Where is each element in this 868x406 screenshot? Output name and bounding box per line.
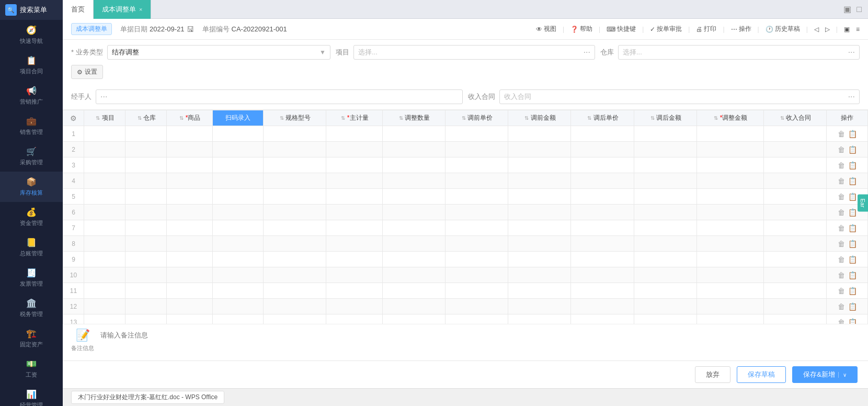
save-new-button[interactable]: 保存&新增 ∨	[792, 366, 858, 383]
product-cell[interactable]	[167, 189, 212, 205]
income-contract-cell[interactable]	[764, 173, 827, 189]
warehouse-cell[interactable]	[125, 299, 167, 314]
warehouse-cell[interactable]	[125, 236, 167, 252]
copy-row-icon[interactable]: 📋	[848, 161, 857, 170]
unit-cell[interactable]	[326, 236, 383, 252]
adjust-amount-cell[interactable]	[696, 142, 763, 157]
project-cell[interactable]	[84, 220, 125, 236]
discard-button[interactable]: 放弃	[695, 366, 730, 383]
income-contract-cell[interactable]	[764, 220, 827, 236]
after-price-cell[interactable]	[571, 142, 634, 157]
after-price-cell[interactable]	[571, 283, 634, 299]
before-price-cell[interactable]	[446, 205, 508, 220]
sidebar-item-quick-nav[interactable]: 🧭 快速导航	[0, 20, 63, 50]
col-adjust-qty-header[interactable]: ⇅ 调整数量	[382, 110, 445, 126]
before-price-cell[interactable]	[446, 283, 508, 299]
before-amount-cell[interactable]	[508, 236, 571, 252]
warehouse-cell[interactable]	[125, 220, 167, 236]
warehouse-cell[interactable]	[125, 126, 167, 142]
delete-row-icon[interactable]: 🗑	[838, 255, 845, 264]
unit-cell[interactable]	[326, 173, 383, 189]
after-amount-cell[interactable]	[634, 220, 696, 236]
income-contract-cell[interactable]	[764, 126, 827, 142]
adjust-amount-cell[interactable]	[696, 252, 763, 267]
after-amount-cell[interactable]	[634, 299, 696, 314]
sidebar-item-project-contract[interactable]: 📋 项目合同	[0, 50, 63, 81]
income-contract-cell[interactable]	[764, 283, 827, 299]
scan-cell[interactable]	[212, 220, 263, 236]
notes-input[interactable]	[100, 329, 860, 348]
scan-cell[interactable]	[212, 299, 263, 314]
after-amount-cell[interactable]	[634, 205, 696, 220]
project-cell[interactable]	[84, 314, 125, 324]
before-amount-cell[interactable]	[508, 314, 571, 324]
before-price-cell[interactable]	[446, 173, 508, 189]
adjust-amount-cell[interactable]	[696, 189, 763, 205]
after-price-cell[interactable]	[571, 205, 634, 220]
unit-cell[interactable]	[326, 252, 383, 267]
product-cell[interactable]	[167, 205, 212, 220]
before-price-cell[interactable]	[446, 267, 508, 283]
toolbar-review[interactable]: ✓ 按单审批	[650, 25, 682, 33]
unit-cell[interactable]	[326, 267, 383, 283]
after-amount-cell[interactable]	[634, 236, 696, 252]
warehouse-cell[interactable]	[125, 205, 167, 220]
spec-cell[interactable]	[263, 299, 326, 314]
sidebar-item-invoice[interactable]: 🧾 发票管理	[0, 263, 63, 293]
project-cell[interactable]	[84, 283, 125, 299]
adjust-qty-cell[interactable]	[382, 142, 445, 157]
after-price-cell[interactable]	[571, 189, 634, 205]
income-contract-cell[interactable]	[764, 142, 827, 157]
adjust-amount-cell[interactable]	[696, 236, 763, 252]
before-amount-cell[interactable]	[508, 283, 571, 299]
toolbar-nav-next[interactable]: ▷	[825, 26, 830, 33]
unit-cell[interactable]	[326, 157, 383, 173]
income-contract-cell[interactable]	[764, 314, 827, 324]
delete-row-icon[interactable]: 🗑	[838, 193, 845, 201]
form-save-icon[interactable]: 🖫	[187, 25, 194, 33]
before-amount-cell[interactable]	[508, 126, 571, 142]
sidebar-item-purchase-mgmt[interactable]: 🛒 采购管理	[0, 141, 63, 172]
col-before-amount-header[interactable]: ⇅ 调前金额	[508, 110, 571, 126]
after-amount-cell[interactable]	[634, 157, 696, 173]
project-input[interactable]: 选择... ···	[353, 45, 595, 60]
adjust-qty-cell[interactable]	[382, 236, 445, 252]
spec-cell[interactable]	[263, 157, 326, 173]
unit-cell[interactable]	[326, 299, 383, 314]
toolbar-nav-prev[interactable]: ◁	[814, 26, 819, 33]
after-price-cell[interactable]	[571, 157, 634, 173]
after-amount-cell[interactable]	[634, 283, 696, 299]
income-contract-cell[interactable]	[764, 252, 827, 267]
col-settings-header[interactable]: ⚙	[63, 110, 84, 126]
delete-row-icon[interactable]: 🗑	[838, 271, 845, 279]
save-draft-button[interactable]: 保存草稿	[737, 366, 786, 383]
copy-row-icon[interactable]: 📋	[848, 255, 857, 264]
project-cell[interactable]	[84, 173, 125, 189]
before-price-cell[interactable]	[446, 126, 508, 142]
tab-close-icon[interactable]: ×	[139, 6, 142, 13]
col-adjust-amount-header[interactable]: ⇅ *调整金额	[696, 110, 763, 126]
spec-cell[interactable]	[263, 205, 326, 220]
adjust-amount-cell[interactable]	[696, 314, 763, 324]
spec-cell[interactable]	[263, 267, 326, 283]
toolbar-print[interactable]: 🖨 打印	[696, 25, 716, 33]
product-cell[interactable]	[167, 314, 212, 324]
spec-cell[interactable]	[263, 236, 326, 252]
product-cell[interactable]	[167, 173, 212, 189]
income-contract-cell[interactable]	[764, 267, 827, 283]
col-product-header[interactable]: ⇅ *商品	[167, 110, 212, 126]
col-unit-header[interactable]: ⇅ *主计量	[326, 110, 383, 126]
warehouse-cell[interactable]	[125, 157, 167, 173]
product-cell[interactable]	[167, 142, 212, 157]
project-cell[interactable]	[84, 126, 125, 142]
after-price-cell[interactable]	[571, 236, 634, 252]
before-price-cell[interactable]	[446, 189, 508, 205]
col-income-contract-header[interactable]: ⇅ 收入合同	[764, 110, 827, 126]
copy-row-icon[interactable]: 📋	[848, 208, 857, 217]
toolbar-shortcut[interactable]: ⌨ 快捷键	[607, 25, 636, 33]
settings-button[interactable]: ⚙ 设置	[71, 65, 103, 79]
before-amount-cell[interactable]	[508, 173, 571, 189]
sidebar-item-operations[interactable]: 📊 经营管理	[0, 384, 63, 406]
adjust-qty-cell[interactable]	[382, 283, 445, 299]
col-project-header[interactable]: ⇅ 项目	[84, 110, 125, 126]
